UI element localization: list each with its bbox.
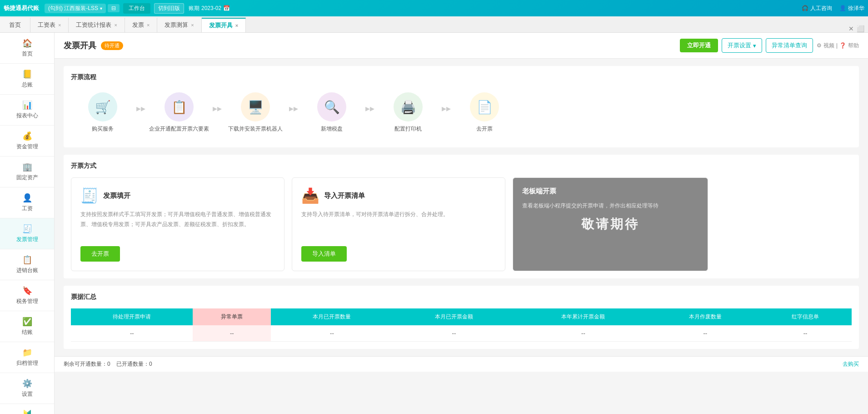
sidebar-label-funds: 资金管理 — [16, 143, 38, 151]
step-add-tax: 🔍 新增税盘 — [300, 92, 364, 133]
tab-invoice-calc[interactable]: 发票测算 × — [157, 18, 201, 32]
sidebar-item-home[interactable]: 🏠 首页 — [0, 33, 54, 64]
billing-section-title: 开票方式 — [71, 162, 852, 170]
open-settings-button[interactable]: 开票设置 ▾ — [722, 38, 762, 53]
old-version-button[interactable]: 切到旧版 — [154, 3, 184, 14]
tab-home-label: 首页 — [9, 21, 21, 29]
tab-invoice-calc-close[interactable]: × — [191, 22, 194, 28]
summary-table: 待处理开票申请 异常单票 本月已开票数量 本月已开票金额 本年累计开票金额 本月… — [71, 308, 852, 342]
tab-invoice-close[interactable]: × — [147, 22, 150, 28]
tab-salary-report-close[interactable]: × — [114, 22, 117, 28]
tab-bar: 首页 工资表 × 工资统计报表 × 发票 × 发票测算 × 发票开具 × ✕ ⬜ — [0, 16, 868, 33]
restore-window-icon[interactable]: ⬜ — [857, 25, 864, 32]
step-arrow-3: ▸▸ — [287, 103, 300, 114]
divider: | — [836, 42, 838, 49]
sidebar-item-invoice-mgmt[interactable]: 🧾 发票管理 — [0, 218, 54, 249]
user-profile[interactable]: 👤 徐泽华 — [839, 5, 864, 12]
manual-card-title: 发票填开 — [103, 192, 130, 200]
download-icon-circle: 🖥️ — [241, 92, 270, 121]
sidebar-item-funds[interactable]: 💰 资金管理 — [0, 126, 54, 157]
cell-today-amount: -- — [393, 325, 515, 342]
tab-home[interactable]: 首页 — [0, 18, 30, 32]
content-area: 发票开具 待开通 立即开通 开票设置 ▾ 异常清单查询 ⚙ 视频 | ❓ 帮助 — [55, 33, 868, 414]
opened-label: 已开通数量：0 — [116, 361, 152, 367]
step-download-label: 下载并安装开票机器人 — [228, 125, 283, 133]
tab-salary-close[interactable]: × — [58, 22, 61, 28]
tab-salary-label: 工资表 — [38, 21, 55, 29]
coming-soon-text: 敬请期待 — [581, 216, 639, 233]
remain-label: 剩余可开通数量：0 — [64, 361, 110, 367]
manual-card-icon: 🧾 — [80, 187, 99, 204]
download-icon: 🖥️ — [248, 100, 264, 115]
sidebar-item-tax[interactable]: 🔖 税务管理 — [0, 280, 54, 311]
close-window-icon[interactable]: ✕ — [848, 25, 854, 32]
add-tax-icon-circle: 🔍 — [317, 92, 346, 121]
sidebar-item-guide[interactable]: 🔰 新手引导 — [0, 404, 54, 414]
sidebar-item-reports[interactable]: 📊 报表中心 — [0, 95, 54, 126]
col-year-amount: 本年累计开票金额 — [515, 308, 652, 325]
tab-salary-report[interactable]: 工资统计报表 × — [69, 18, 125, 32]
company-selector[interactable]: (勾到) 江西服装-LSS ▾ — [45, 4, 106, 13]
step-issue-label: 去开票 — [476, 125, 493, 133]
sidebar-label-ledger: 总账 — [22, 81, 33, 89]
step-issue: 📄 去开票 — [453, 92, 516, 133]
step-buy-service-label: 购买服务 — [92, 125, 114, 133]
consult-button[interactable]: 🎧 人工咨询 — [802, 5, 832, 12]
go-issue-button[interactable]: 去开票 — [80, 246, 120, 262]
col-abnormal: 异常单票 — [193, 308, 271, 325]
tab-invoice-tool[interactable]: 发票开具 × — [202, 18, 246, 32]
top-bar-right: 🎧 人工咨询 👤 徐泽华 — [802, 5, 864, 12]
header-actions: 立即开通 开票设置 ▾ 异常清单查询 ⚙ 视频 | ❓ 帮助 — [680, 38, 859, 53]
sidebar-item-ledger[interactable]: 📒 总账 — [0, 64, 54, 95]
tab-invoice-tool-close[interactable]: × — [235, 23, 238, 28]
setup-icon: 📋 — [171, 100, 187, 115]
issue-icon-circle: 📄 — [470, 92, 499, 121]
issue-icon: 📄 — [477, 100, 493, 115]
page-title-area: 发票开具 待开通 — [64, 40, 123, 51]
calendar-icon[interactable]: 📅 — [223, 5, 230, 11]
avatar-icon: 👤 — [839, 5, 846, 11]
summary-section-title: 票据汇总 — [71, 293, 852, 301]
immediate-open-button[interactable]: 立即开通 — [680, 39, 718, 52]
tab-invoice[interactable]: 发票 × — [125, 18, 157, 32]
sidebar-label-settlement: 结账 — [22, 328, 33, 336]
sidebar-label-archive: 归档管理 — [16, 359, 38, 367]
tab-salary[interactable]: 工资表 × — [30, 18, 69, 32]
import-list-button[interactable]: 导入清单 — [301, 246, 347, 262]
sidebar-item-archive[interactable]: 📁 归档管理 — [0, 342, 54, 373]
sidebar-item-purchase-sales[interactable]: 📋 进销台账 — [0, 249, 54, 280]
step-download: 🖥️ 下载并安装开票机器人 — [224, 92, 287, 133]
home-icon: 🏠 — [22, 38, 32, 48]
sidebar-item-assets[interactable]: 🏢 固定资产 — [0, 157, 54, 187]
sidebar-item-salary[interactable]: 👤 工资 — [0, 187, 54, 218]
app-logo: 畅捷通易代账 — [4, 4, 39, 12]
tax-icon: 🔖 — [22, 286, 32, 296]
archive-icon: 📁 — [22, 348, 32, 358]
col-pending: 待处理开票申请 — [71, 308, 193, 325]
col-red-info: 红字信息单 — [759, 308, 852, 325]
sidebar-label-purchase-sales: 进销台账 — [16, 267, 38, 274]
sidebar-item-settlement[interactable]: ✅ 结账 — [0, 311, 54, 342]
cell-year-amount: -- — [515, 325, 652, 342]
chevron-down-settings-icon: ▾ — [753, 42, 756, 49]
col-today-count: 本月已开票数量 — [271, 308, 393, 325]
copy-icon-btn[interactable]: ⊟ — [108, 4, 120, 12]
abnormal-query-button[interactable]: 异常清单查询 — [766, 38, 813, 53]
sidebar-label-tax: 税务管理 — [16, 298, 38, 305]
settings-circle-icon: ⚙ — [817, 42, 822, 49]
sidebar-label-assets: 固定资产 — [16, 174, 38, 182]
config-printer-icon: 🖨️ — [400, 100, 416, 115]
tab-invoice-tool-label: 发票开具 — [209, 21, 233, 30]
header-help: ⚙ 视频 | ❓ 帮助 — [817, 42, 859, 50]
headset-icon: 🎧 — [802, 5, 808, 11]
period-value: 2023-02 — [201, 5, 221, 11]
cell-red-info: -- — [759, 325, 852, 342]
help-label: 帮助 — [848, 42, 859, 50]
page-footer: 剩余可开通数量：0 已开通数量：0 去购买 — [55, 356, 868, 372]
cell-abnormal: -- — [193, 325, 271, 342]
buy-link[interactable]: 去购买 — [843, 360, 859, 368]
workspace-button[interactable]: 工作台 — [123, 3, 150, 14]
sidebar-item-settings[interactable]: ⚙️ 设置 — [0, 373, 54, 404]
page-title: 发票开具 — [64, 40, 96, 51]
step-config-printer: 🖨️ 配置打印机 — [376, 92, 440, 133]
